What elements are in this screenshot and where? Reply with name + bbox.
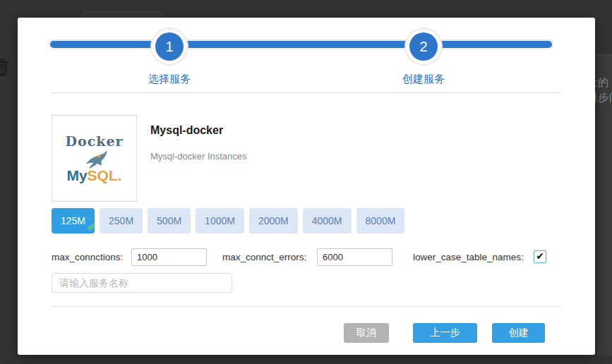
create-button[interactable]: 创建	[492, 323, 545, 343]
size-option-500m[interactable]: 500M	[148, 208, 191, 233]
step-2-circle[interactable]: 2	[404, 28, 443, 66]
step-2-label: 创建服务	[371, 73, 476, 86]
size-option-125m[interactable]: 125M ✔	[52, 208, 95, 233]
trash-icon	[0, 58, 10, 79]
max-connect-errors-label: max_connct_errors:	[222, 248, 306, 266]
size-option-250m[interactable]: 250M	[100, 208, 143, 233]
selected-check-icon: ✔	[87, 214, 96, 240]
divider	[51, 92, 561, 93]
lower-case-table-names-checkbox[interactable]: ✔	[534, 250, 546, 263]
step-1-circle[interactable]: 1	[150, 28, 188, 66]
cancel-button[interactable]: 取消	[344, 323, 389, 343]
step-1-number: 1	[155, 32, 184, 61]
max-connect-errors-input[interactable]	[317, 248, 392, 266]
previous-step-button[interactable]: 上一步	[413, 323, 477, 343]
max-connections-input[interactable]	[131, 248, 207, 266]
docker-logo-text: Docker	[66, 134, 124, 148]
size-options: 125M ✔ 250M 500M 1000M 2000M 4000M 8000M	[52, 208, 409, 233]
service-title: Mysql-docker	[150, 124, 223, 137]
size-option-1000m[interactable]: 1000M	[196, 208, 244, 233]
service-logo: Docker MySQL.	[52, 115, 137, 202]
size-option-4000m[interactable]: 4000M	[303, 208, 352, 233]
divider	[51, 306, 561, 307]
step-2-number: 2	[409, 32, 438, 61]
lower-case-table-names-label: lower_case_table_names:	[413, 248, 524, 266]
max-connections-label: max_connctions:	[52, 248, 123, 266]
size-option-8000m[interactable]: 8000M	[356, 208, 405, 233]
stepper-track	[49, 40, 553, 49]
stepper-progress-bar	[50, 41, 552, 48]
step-1-label: 选择服务	[116, 73, 222, 86]
create-service-dialog: 1 2 选择服务 创建服务 Docker MySQL. Mysql-docker…	[18, 18, 595, 355]
mysql-logo-text: MySQL.	[66, 168, 121, 183]
service-name-input[interactable]	[52, 273, 232, 293]
service-subtitle: Mysql-docker Instances	[150, 151, 247, 162]
checkbox-check-icon: ✔	[534, 251, 546, 262]
size-option-2000m[interactable]: 2000M	[249, 208, 298, 233]
